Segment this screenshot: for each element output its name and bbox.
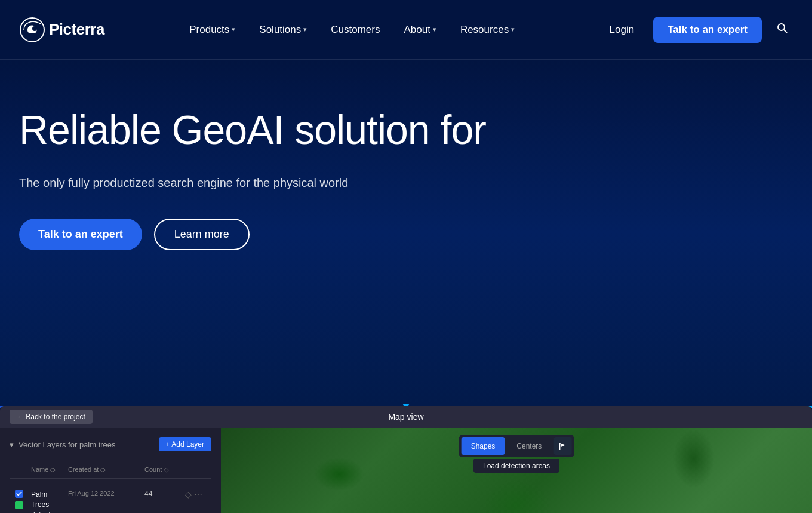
chevron-down-icon: ▾ xyxy=(232,26,235,33)
row-checkbox-color xyxy=(12,490,26,509)
add-layer-button[interactable]: + Add Layer xyxy=(159,437,211,451)
nav-item-solutions[interactable]: Solutions ▾ xyxy=(250,19,316,41)
nav-label-about: About xyxy=(404,24,430,36)
logo-text: Picterra xyxy=(49,20,104,39)
sidebar-section-label: ▾ Vector Layers for palm trees xyxy=(10,440,116,449)
login-button[interactable]: Login xyxy=(600,19,644,41)
chevron-down-icon: ▾ xyxy=(303,26,307,33)
navbar: Picterra Products ▾ Solutions ▾ Customer… xyxy=(0,0,812,60)
map-background: Shapes Centers Load detection areas xyxy=(221,428,812,513)
row-name: Palm Trees detector xyxy=(31,490,63,513)
nav-item-resources[interactable]: Resources ▾ xyxy=(451,19,524,41)
nav-item-products[interactable]: Products ▾ xyxy=(180,19,245,41)
nav-cta-button[interactable]: Talk to an expert xyxy=(653,17,762,43)
hero-title: Reliable GeoAI solution for xyxy=(19,107,527,152)
logo[interactable]: Picterra xyxy=(19,17,104,43)
col-header-created: Created at ◇ xyxy=(68,466,140,474)
learn-more-button[interactable]: Learn more xyxy=(154,219,250,250)
col-header-name: Name ◇ xyxy=(31,466,63,474)
row-actions: ◇ ⋯ xyxy=(185,490,209,499)
preview-content: ▾ Vector Layers for palm trees + Add Lay… xyxy=(0,428,812,513)
nav-label-resources: Resources xyxy=(460,24,509,36)
nav-item-about[interactable]: About ▾ xyxy=(394,19,445,41)
row-name-col: Palm Trees detector xyxy=(31,490,63,513)
search-icon[interactable] xyxy=(771,17,793,42)
sidebar-header: ▾ Vector Layers for palm trees + Add Lay… xyxy=(10,437,211,451)
chevron-down-icon: ▾ xyxy=(433,26,436,33)
hero-buttons: Talk to an expert Learn more xyxy=(19,219,793,250)
preview-sidebar: ▾ Vector Layers for palm trees + Add Lay… xyxy=(0,428,221,513)
preview-window: ← Back to the project Map view ▾ Vector … xyxy=(0,406,812,513)
sidebar-label-text: Vector Layers for palm trees xyxy=(19,440,116,449)
table-row: Palm Trees detector Fri Aug 12 2022 44 ◇… xyxy=(10,484,211,513)
hero-section: Reliable GeoAI solution for The only ful… xyxy=(0,60,812,406)
preview-titlebar: ← Back to the project Map view xyxy=(0,406,812,428)
row-menu-icon[interactable]: ⋯ xyxy=(194,490,202,499)
map-area: Shapes Centers Load detection areas xyxy=(221,428,812,513)
map-control-shapes-button[interactable]: Shapes xyxy=(462,437,505,455)
map-control-centers-button[interactable]: Centers xyxy=(507,437,551,455)
nav-item-customers[interactable]: Customers xyxy=(321,19,389,41)
preview-window-title: Map view xyxy=(388,412,423,422)
hero-subtitle: The only fully productized search engine… xyxy=(19,176,793,190)
load-detection-areas-button[interactable]: Load detection areas xyxy=(473,459,559,473)
chevron-down-icon: ▾ xyxy=(511,26,515,33)
row-date: Fri Aug 12 2022 xyxy=(68,490,140,497)
nav-right: Login Talk to an expert xyxy=(600,17,793,43)
map-controls: Shapes Centers xyxy=(459,435,574,457)
row-action-icon[interactable]: ◇ xyxy=(185,490,192,499)
col-header-check xyxy=(12,466,26,474)
col-header-count: Count ◇ xyxy=(144,466,180,474)
back-to-project-button[interactable]: ← Back to the project xyxy=(10,410,93,424)
app-preview: ← Back to the project Map view ▾ Vector … xyxy=(0,406,812,513)
map-control-markers-button[interactable] xyxy=(553,437,571,455)
nav-label-solutions: Solutions xyxy=(259,24,301,36)
row-count: 44 xyxy=(144,490,180,498)
nav-links: Products ▾ Solutions ▾ Customers About ▾… xyxy=(104,19,600,41)
table-header: Name ◇ Created at ◇ Count ◇ xyxy=(10,461,211,479)
talk-to-expert-button[interactable]: Talk to an expert xyxy=(19,219,142,250)
col-header-actions xyxy=(185,466,209,474)
chevron-down-icon: ▾ xyxy=(10,440,14,449)
nav-label-products: Products xyxy=(189,24,229,36)
row-checkbox[interactable] xyxy=(15,490,23,498)
nav-label-customers: Customers xyxy=(331,24,380,36)
row-color-indicator xyxy=(15,501,23,509)
svg-point-1 xyxy=(32,26,37,31)
